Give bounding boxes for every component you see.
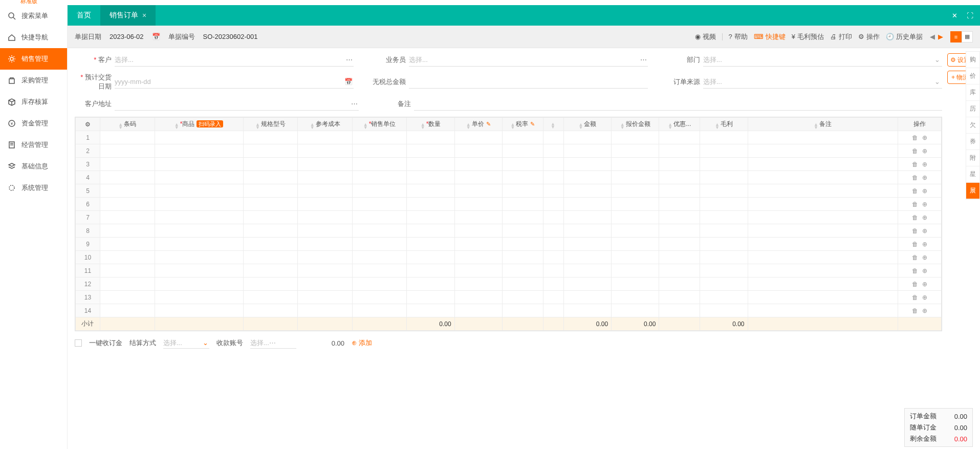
float-item-6[interactable]: 附 <box>966 150 979 166</box>
sidebar-item-7[interactable]: 基础信息 <box>0 156 67 177</box>
col-blank[interactable]: ▲▼ <box>543 118 563 131</box>
table-row[interactable]: 1🗑⊕ <box>76 131 942 144</box>
delete-icon[interactable]: 🗑 <box>912 174 918 181</box>
deliver-input[interactable]: yyyy-mm-dd📅 <box>115 75 354 89</box>
table-row[interactable]: 12🗑⊕ <box>76 277 942 291</box>
delete-icon[interactable]: 🗑 <box>912 241 918 248</box>
copy-icon[interactable]: ⊕ <box>922 187 927 195</box>
settle-select[interactable]: 选择...⌄ <box>163 337 209 349</box>
delete-icon[interactable]: 🗑 <box>912 161 918 168</box>
addr-input[interactable]: ⋯ <box>115 97 359 111</box>
toolbar-ops[interactable]: ⚙ 操作 <box>858 32 880 41</box>
float-item-7[interactable]: 星 <box>966 166 979 183</box>
sort-icon[interactable]: ▲▼ <box>620 123 625 129</box>
ellipsis-icon[interactable]: ⋯ <box>640 56 647 63</box>
dept-input[interactable]: 选择...⌄ <box>703 53 942 67</box>
copy-icon[interactable]: ⊕ <box>922 267 927 274</box>
table-row[interactable]: 4🗑⊕ <box>76 171 942 184</box>
gear-icon[interactable]: ⚙ <box>85 121 91 128</box>
delete-icon[interactable]: 🗑 <box>912 281 918 288</box>
sidebar-item-2[interactable]: 销售管理 <box>0 48 67 70</box>
col-refcost[interactable]: ▲▼参考成本 <box>298 118 353 131</box>
float-item-5[interactable]: 券 <box>966 134 979 150</box>
col-note[interactable]: ▲▼备注 <box>748 118 898 131</box>
col-op[interactable]: 操作 <box>898 118 941 131</box>
toolbar-help[interactable]: ? 帮助 <box>729 32 748 41</box>
sort-icon[interactable]: ▲▼ <box>255 123 260 129</box>
sidebar-item-3[interactable]: 采购管理 <box>0 70 67 91</box>
copy-icon[interactable]: ⊕ <box>922 294 927 301</box>
float-item-1[interactable]: 价 <box>966 68 979 84</box>
float-item-8[interactable]: 展 <box>966 183 979 199</box>
table-row[interactable]: 13🗑⊕ <box>76 291 942 304</box>
table-row[interactable]: 7🗑⊕ <box>76 211 942 224</box>
col-gear[interactable]: ⚙ <box>76 118 100 131</box>
col-unit[interactable]: ▲▼*销售单位 <box>352 118 407 131</box>
copy-icon[interactable]: ⊕ <box>922 147 927 155</box>
view-grid-button[interactable]: ▦ <box>962 31 973 42</box>
delete-icon[interactable]: 🗑 <box>912 147 918 155</box>
deposit-checkbox[interactable] <box>75 339 82 347</box>
delete-icon[interactable]: 🗑 <box>912 214 918 221</box>
close-icon[interactable]: × <box>142 11 146 19</box>
table-row[interactable]: 6🗑⊕ <box>76 198 942 211</box>
sidebar-item-4[interactable]: 库存核算 <box>0 91 67 113</box>
sort-icon[interactable]: ▲▼ <box>466 123 471 129</box>
copy-icon[interactable]: ⊕ <box>922 134 927 141</box>
copy-icon[interactable]: ⊕ <box>922 254 927 261</box>
sort-icon[interactable]: ▲▼ <box>510 123 515 129</box>
table-row[interactable]: 11🗑⊕ <box>76 264 942 277</box>
copy-icon[interactable]: ⊕ <box>922 241 927 248</box>
float-item-0[interactable]: 购 <box>966 52 979 68</box>
sidebar-item-5[interactable]: ¥资金管理 <box>0 113 67 134</box>
ellipsis-icon[interactable]: ⋯ <box>346 56 353 63</box>
customer-input[interactable]: 选择...⋯ <box>115 53 354 67</box>
copy-icon[interactable]: ⊕ <box>922 227 927 234</box>
copy-icon[interactable]: ⊕ <box>922 161 927 168</box>
col-profit[interactable]: ▲▼毛利 <box>700 118 748 131</box>
sort-icon[interactable]: ▲▼ <box>363 123 368 129</box>
chevron-down-icon[interactable]: ⌄ <box>934 78 940 85</box>
table-row[interactable]: 8🗑⊕ <box>76 224 942 238</box>
acct-select[interactable]: 选择...⋯ <box>250 337 296 349</box>
copy-icon[interactable]: ⊕ <box>922 281 927 288</box>
toolbar-shortcut[interactable]: ⌨ 快捷键 <box>754 32 786 41</box>
col-tax[interactable]: ▲▼税率✎ <box>502 118 543 131</box>
delete-icon[interactable]: 🗑 <box>912 227 918 234</box>
col-qty[interactable]: ▲▼*数量 <box>407 118 454 131</box>
calendar-icon[interactable]: 📅 <box>152 33 160 40</box>
source-input[interactable]: 选择...⌄ <box>703 75 942 89</box>
delete-icon[interactable]: 🗑 <box>912 254 918 261</box>
table-row[interactable]: 2🗑⊕ <box>76 144 942 158</box>
col-amount[interactable]: ▲▼金额 <box>563 118 611 131</box>
nav-prev-icon[interactable]: ◀ <box>929 32 936 41</box>
col-spec[interactable]: ▲▼规格型号 <box>243 118 298 131</box>
sidebar-item-8[interactable]: 系统管理 <box>0 177 67 199</box>
sort-icon[interactable]: ▲▼ <box>118 123 123 129</box>
sort-icon[interactable]: ▲▼ <box>551 122 555 129</box>
copy-icon[interactable]: ⊕ <box>922 214 927 221</box>
table-row[interactable]: 9🗑⊕ <box>76 238 942 251</box>
ellipsis-icon[interactable]: ⋯ <box>269 339 276 347</box>
sort-icon[interactable]: ▲▼ <box>421 123 425 129</box>
tab-close-button[interactable]: ✕ <box>948 9 961 22</box>
tab-1[interactable]: 销售订单× <box>100 5 156 26</box>
sidebar-item-1[interactable]: 快捷导航 <box>0 27 67 48</box>
sort-icon[interactable]: ▲▼ <box>814 123 818 129</box>
sort-icon[interactable]: ▲▼ <box>668 123 672 129</box>
table-row[interactable]: 3🗑⊕ <box>76 158 942 171</box>
col-product[interactable]: ▲▼*商品扫码录入 <box>155 118 243 131</box>
salesman-input[interactable]: 选择...⋯ <box>409 53 648 67</box>
table-row[interactable]: 5🗑⊕ <box>76 184 942 198</box>
table-row[interactable]: 10🗑⊕ <box>76 251 942 264</box>
delete-icon[interactable]: 🗑 <box>912 267 918 274</box>
sort-icon[interactable]: ▲▼ <box>310 123 315 129</box>
toolbar-profit[interactable]: ¥ 毛利预估 <box>792 32 824 41</box>
tab-0[interactable]: 首页 <box>68 5 100 26</box>
nav-next-icon[interactable]: ▶ <box>937 32 944 41</box>
copy-icon[interactable]: ⊕ <box>922 201 927 208</box>
col-price[interactable]: ▲▼单价✎ <box>454 118 502 131</box>
total-excl-input[interactable] <box>409 75 648 89</box>
copy-icon[interactable]: ⊕ <box>922 307 927 314</box>
chevron-down-icon[interactable]: ⌄ <box>934 56 940 63</box>
